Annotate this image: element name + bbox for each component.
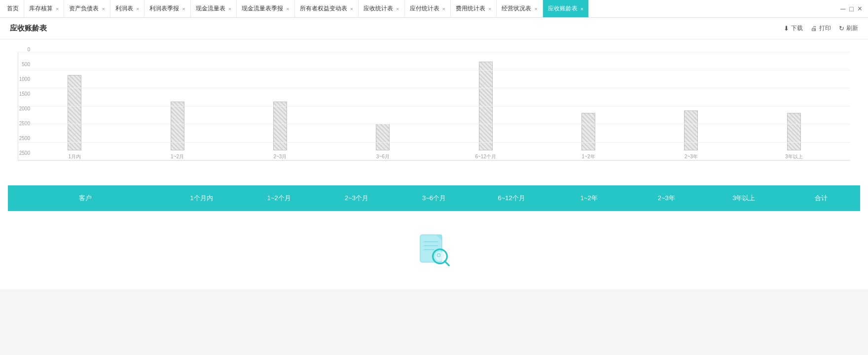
empty-state — [8, 211, 860, 282]
download-label: 下载 — [791, 24, 803, 33]
bar-group: 1~2月 — [126, 52, 228, 160]
tab-expense-stat[interactable]: 费用统计表 × — [451, 0, 497, 18]
tab-cashflow-quarterly[interactable]: 现金流量表季报 × — [237, 0, 294, 18]
chart-bar — [581, 113, 595, 150]
bar-x-label: 1~2月 — [171, 153, 184, 160]
bar-x-label: 1~2年 — [582, 153, 595, 160]
table-header-cell-0: 客户 — [8, 194, 163, 203]
chart-bar — [684, 110, 698, 150]
table-header-cell-6: 1~2年 — [550, 194, 628, 203]
bar-x-label: 2~3月 — [273, 153, 287, 160]
tab-profit[interactable]: 利润表 × — [110, 0, 145, 18]
chart-bar — [171, 102, 184, 150]
svg-line-6 — [445, 261, 449, 266]
tab-close-equity[interactable]: × — [350, 6, 353, 12]
minimize-button[interactable]: ─ — [840, 5, 845, 13]
tab-close-expense-stat[interactable]: × — [488, 6, 491, 12]
bar-x-label: 3年以上 — [785, 153, 803, 160]
tab-balance[interactable]: 资产负债表 × — [64, 0, 110, 18]
table-header-cell-7: 2~3年 — [628, 194, 705, 203]
bar-group: 6~12个月 — [434, 52, 537, 160]
bar-x-label: 1月内 — [68, 153, 81, 160]
bar-group: 1~2年 — [537, 52, 640, 160]
bar-group: 1月内 — [23, 52, 126, 160]
print-label: 打印 — [819, 24, 831, 33]
bar-x-label: 3~6月 — [376, 153, 390, 160]
table-header-cell-9: 合计 — [783, 194, 860, 203]
empty-icon — [414, 231, 454, 272]
chart-bar — [787, 113, 801, 150]
tab-close-ar-aging[interactable]: × — [580, 6, 583, 12]
refresh-icon: ↻ — [839, 25, 844, 32]
chart-bar — [376, 124, 390, 150]
tab-bar: 首页库存核算 ×资产负债表 ×利润表 ×利润表季报 ×现金流量表 ×现金流量表季… — [0, 0, 868, 18]
tab-close-operation[interactable]: × — [534, 6, 537, 12]
bar-group: 2~3年 — [640, 52, 742, 160]
grid-line — [18, 106, 850, 106]
grid-line — [18, 124, 850, 124]
tab-close-profit[interactable]: × — [136, 6, 139, 12]
bar-x-label: 2~3年 — [685, 153, 698, 160]
tab-operation[interactable]: 经营状况表 × — [497, 0, 542, 18]
table-header-cell-3: 2~3个月 — [318, 194, 395, 203]
main-content: 2500250025002000150010005000 1月内1~2月2~3月… — [0, 39, 868, 289]
tab-close-cashflow[interactable]: × — [228, 6, 231, 12]
tab-ar-stat[interactable]: 应收统计表 × — [359, 0, 404, 18]
page-title: 应收账龄表 — [10, 24, 47, 33]
download-icon: ⬇ — [784, 25, 789, 32]
table-header-cell-2: 1~2个月 — [240, 194, 318, 203]
bar-group: 3~6月 — [331, 52, 434, 160]
tab-inventory[interactable]: 库存核算 × — [24, 0, 64, 18]
close-button[interactable]: × — [858, 4, 862, 13]
table-header-cell-1: 1个月内 — [163, 194, 240, 203]
tab-profit-quarterly[interactable]: 利润表季报 × — [145, 0, 190, 18]
tab-close-profit-quarterly[interactable]: × — [182, 6, 185, 12]
tab-close-inventory[interactable]: × — [56, 6, 59, 12]
tab-equity[interactable]: 所有者权益变动表 × — [295, 0, 359, 18]
refresh-label: 刷新 — [846, 24, 858, 33]
page-header: 应收账龄表 ⬇ 下载 🖨 打印 ↻ 刷新 — [0, 18, 868, 39]
chart-container: 2500250025002000150010005000 1月内1~2月2~3月… — [8, 47, 860, 185]
grid-line — [18, 160, 850, 160]
print-icon: 🖨 — [811, 25, 817, 32]
bar-group: 2~3月 — [229, 52, 331, 160]
bar-x-label: 6~12个月 — [475, 153, 496, 160]
tab-close-cashflow-quarterly[interactable]: × — [286, 6, 289, 12]
header-actions: ⬇ 下载 🖨 打印 ↻ 刷新 — [784, 24, 858, 33]
grid-line — [18, 70, 850, 71]
chart-bar — [273, 102, 287, 150]
window-controls: ─ □ × — [840, 4, 866, 13]
table-header-cell-5: 6~12个月 — [473, 194, 550, 203]
chart-plot-area: 1月内1~2月2~3月3~6月6~12个月1~2年2~3年3年以上 — [18, 52, 850, 161]
chart-bar — [68, 75, 81, 150]
tab-cashflow[interactable]: 现金流量表 × — [191, 0, 237, 18]
grid-line — [18, 88, 850, 88]
grid-line — [18, 142, 850, 142]
maximize-button[interactable]: □ — [849, 5, 853, 13]
tab-close-ap-stat[interactable]: × — [442, 6, 445, 12]
table-header-cell-8: 3年以上 — [705, 194, 783, 203]
bar-group: 3年以上 — [743, 52, 845, 160]
bars-wrapper: 1月内1~2月2~3月3~6月6~12个月1~2年2~3年3年以上 — [18, 52, 850, 160]
tab-close-ar-stat[interactable]: × — [396, 6, 399, 12]
print-button[interactable]: 🖨 打印 — [811, 24, 831, 33]
table-header-cell-4: 3~6个月 — [395, 194, 472, 203]
download-button[interactable]: ⬇ 下载 — [784, 24, 803, 33]
refresh-button[interactable]: ↻ 刷新 — [839, 24, 858, 33]
tab-ar-aging[interactable]: 应收账龄表 × — [543, 0, 589, 18]
grid-line — [18, 52, 850, 52]
tab-close-balance[interactable]: × — [102, 6, 105, 12]
tab-home[interactable]: 首页 — [2, 0, 24, 18]
table-header: 客户1个月内1~2个月2~3个月3~6个月6~12个月1~2年2~3年3年以上合… — [8, 185, 860, 211]
tab-ap-stat[interactable]: 应付统计表 × — [405, 0, 451, 18]
